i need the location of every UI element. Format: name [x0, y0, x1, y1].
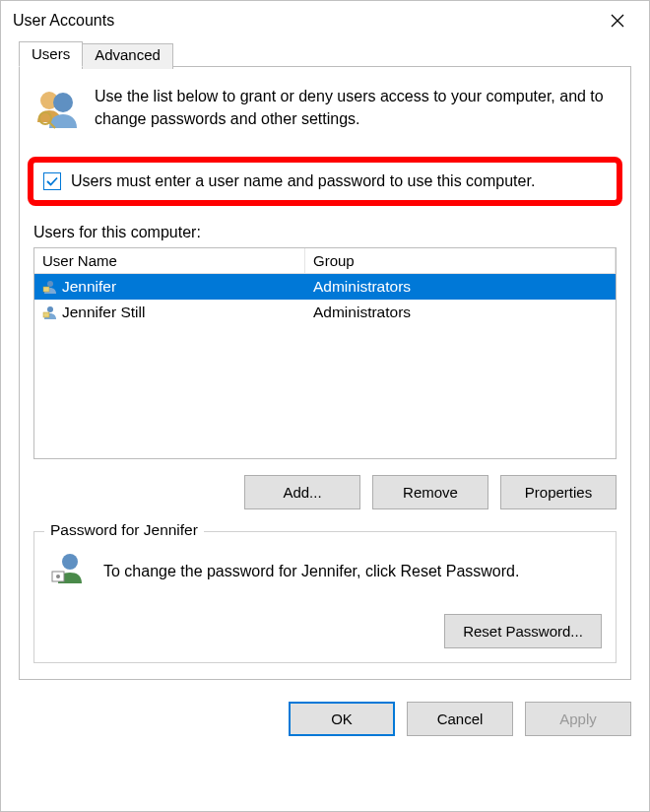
titlebar: User Accounts	[1, 1, 649, 40]
tab-advanced[interactable]: Advanced	[82, 43, 173, 69]
remove-button[interactable]: Remove	[372, 475, 488, 509]
tab-users[interactable]: Users	[19, 41, 83, 67]
list-row[interactable]: Jennifer Still Administrators	[34, 300, 616, 325]
window-title: User Accounts	[13, 12, 598, 30]
properties-button[interactable]: Properties	[500, 475, 617, 509]
password-section: Password for Jennifer To change the pass…	[33, 531, 617, 663]
svg-point-8	[47, 306, 53, 312]
require-login-label: Users must enter a user name and passwor…	[71, 172, 535, 190]
svg-rect-7	[43, 287, 49, 292]
username-cell: Jennifer Still	[62, 304, 145, 321]
highlighted-checkbox-row: Users must enter a user name and passwor…	[28, 157, 622, 206]
username-cell: Jennifer	[62, 278, 116, 296]
ok-button[interactable]: OK	[289, 702, 395, 736]
password-legend: Password for Jennifer	[44, 521, 204, 539]
password-instructions: To change the password for Jennifer, cli…	[103, 563, 519, 580]
user-buttons-row: Add... Remove Properties	[33, 475, 617, 509]
svg-point-12	[56, 575, 60, 578]
cancel-button[interactable]: Cancel	[407, 702, 513, 736]
users-icon	[33, 85, 81, 135]
svg-point-3	[53, 93, 73, 112]
group-cell: Administrators	[305, 277, 616, 297]
apply-button[interactable]: Apply	[525, 702, 631, 736]
group-cell: Administrators	[305, 303, 616, 322]
password-icon	[48, 550, 88, 592]
list-row[interactable]: Jennifer Administrators	[34, 274, 616, 300]
reset-password-button[interactable]: Reset Password...	[444, 614, 602, 648]
svg-point-10	[62, 554, 78, 570]
dialog-footer: OK Cancel Apply	[1, 694, 649, 750]
column-header-group[interactable]: Group	[305, 248, 616, 273]
users-list[interactable]: User Name Group Jennifer Administrators	[33, 247, 617, 459]
checkmark-icon	[45, 174, 59, 188]
user-icon	[42, 304, 58, 320]
close-icon	[611, 14, 624, 28]
svg-rect-9	[43, 312, 49, 317]
user-icon	[42, 279, 58, 295]
tab-panel-users: Use the list below to grant or deny user…	[19, 66, 631, 680]
svg-point-6	[47, 281, 53, 287]
require-login-checkbox[interactable]	[43, 172, 61, 190]
users-list-label: Users for this computer:	[33, 224, 617, 241]
intro-row: Use the list below to grant or deny user…	[33, 85, 617, 135]
tab-strip: Users Advanced	[1, 40, 649, 66]
intro-text: Use the list below to grant or deny user…	[95, 85, 617, 135]
add-button[interactable]: Add...	[244, 475, 360, 509]
user-accounts-dialog: User Accounts Users Advanced	[0, 0, 650, 812]
close-button[interactable]	[598, 1, 637, 40]
column-header-username[interactable]: User Name	[34, 248, 305, 273]
list-header: User Name Group	[34, 248, 616, 274]
